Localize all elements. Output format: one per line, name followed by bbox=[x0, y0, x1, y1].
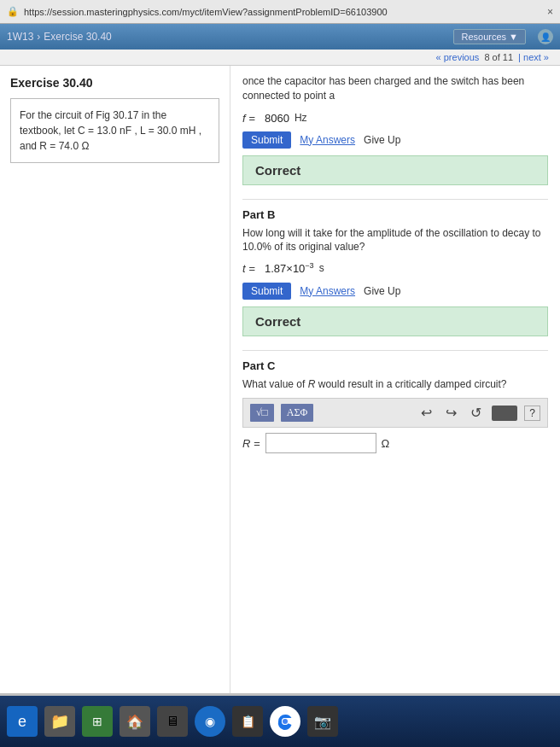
breadcrumb-home[interactable]: 1W13 bbox=[7, 31, 33, 43]
part-c-title: Part C bbox=[242, 350, 548, 372]
nav-bar: 1W13 › Exercise 30.40 Resources ▼ 👤 bbox=[0, 24, 560, 50]
part-a-submit-button[interactable]: Submit bbox=[242, 131, 291, 149]
reset-button[interactable]: ↺ bbox=[467, 403, 485, 423]
part-b-answer-label: t = bbox=[242, 262, 260, 275]
lock-icon: 🔒 bbox=[7, 6, 19, 17]
part-b-give-up-label: Give Up bbox=[364, 285, 400, 297]
help-button[interactable]: ? bbox=[524, 406, 540, 421]
taskbar-circle-icon[interactable]: ◉ bbox=[195, 706, 225, 737]
part-b-my-answers-button[interactable]: My Answers bbox=[300, 285, 355, 297]
part-b-answer-row: t = 1.87×10−3 s bbox=[242, 261, 548, 275]
resources-button[interactable]: Resources ▼ bbox=[453, 29, 526, 44]
part-c-toolbar: √□ ΑΣΦ ↩ ↪ ↺ ? bbox=[242, 398, 548, 428]
pagination-bar: « previous 8 of 11 | next » bbox=[0, 50, 560, 66]
part-c-section: Part C What value of R would result in a… bbox=[242, 350, 548, 454]
part-b-answer-value: 1.87×10−3 bbox=[265, 261, 314, 275]
right-panel: once the capacitor has been charged and … bbox=[230, 66, 560, 693]
exercise-description: For the circuit of Fig 30.17 in the text… bbox=[10, 98, 219, 163]
redo-button[interactable]: ↪ bbox=[442, 403, 460, 423]
taskbar-camera-icon[interactable]: 📷 bbox=[307, 706, 338, 737]
taskbar-ie-icon[interactable]: e bbox=[7, 706, 38, 737]
part-a-answer-unit: Hz bbox=[295, 112, 307, 124]
taskbar: e 📁 ⊞ 🏠 🖥 ◉ 📋 📷 bbox=[0, 696, 560, 747]
math-toolbar-button[interactable]: √□ bbox=[250, 404, 274, 422]
svg-point-2 bbox=[283, 719, 288, 724]
left-panel: Exercise 30.40 For the circuit of Fig 30… bbox=[0, 66, 230, 693]
breadcrumb-current: Exercise 30.40 bbox=[44, 31, 111, 43]
user-icon[interactable]: 👤 bbox=[538, 29, 553, 44]
taskbar-notepad-icon[interactable]: 📋 bbox=[232, 706, 263, 737]
part-b-question: How long will it take for the amplitude … bbox=[242, 226, 548, 255]
browser-url: https://session.masteringphysics.com/myc… bbox=[24, 7, 542, 17]
part-a-answer-label: f = bbox=[242, 112, 260, 125]
part-a-correct-box: Correct bbox=[242, 155, 548, 185]
next-link[interactable]: | next » bbox=[518, 52, 549, 62]
close-button[interactable]: × bbox=[547, 6, 553, 18]
undo-button[interactable]: ↩ bbox=[417, 403, 435, 423]
intro-text: once the capacitor has been charged and … bbox=[242, 74, 548, 103]
keyboard-icon bbox=[492, 406, 517, 421]
part-a-my-answers-button[interactable]: My Answers bbox=[300, 134, 355, 146]
part-b-action-row: Submit My Answers Give Up bbox=[242, 283, 548, 300]
part-a-answer-row: f = 8060 Hz bbox=[242, 112, 548, 125]
part-a-action-row: Submit My Answers Give Up bbox=[242, 131, 548, 149]
symbol-toolbar-button[interactable]: ΑΣΦ bbox=[281, 404, 313, 422]
part-b-answer-unit: s bbox=[319, 262, 324, 274]
browser-chrome: 🔒 https://session.masteringphysics.com/m… bbox=[0, 0, 560, 24]
exercise-title: Exercise 30.40 bbox=[10, 76, 219, 90]
main-content-area: Exercise 30.40 For the circuit of Fig 30… bbox=[0, 66, 560, 693]
part-a-section: f = 8060 Hz Submit My Answers Give Up Co… bbox=[242, 112, 548, 185]
breadcrumb-arrow: › bbox=[37, 31, 40, 43]
part-c-input-row: R = Ω bbox=[242, 433, 548, 453]
part-a-give-up-label: Give Up bbox=[364, 134, 400, 146]
taskbar-home-icon[interactable]: 🏠 bbox=[120, 706, 150, 737]
part-b-submit-button[interactable]: Submit bbox=[242, 283, 291, 300]
exercise-text: For the circuit of Fig 30.17 in the text… bbox=[20, 109, 201, 152]
part-c-input-unit: Ω bbox=[382, 437, 390, 450]
part-c-question: What value of R would result in a critic… bbox=[242, 377, 548, 392]
taskbar-folder-icon[interactable]: 📁 bbox=[44, 706, 75, 737]
part-b-section: Part B How long will it take for the amp… bbox=[242, 199, 548, 336]
part-a-answer-value: 8060 bbox=[265, 112, 289, 125]
taskbar-chrome-icon[interactable] bbox=[270, 706, 300, 737]
taskbar-monitor-icon[interactable]: 🖥 bbox=[157, 706, 188, 737]
part-b-correct-box: Correct bbox=[242, 306, 548, 336]
part-b-title: Part B bbox=[242, 199, 548, 221]
part-c-input-field[interactable] bbox=[265, 433, 376, 453]
page-position: 8 of 11 bbox=[484, 52, 513, 62]
previous-link[interactable]: « previous bbox=[436, 52, 480, 62]
breadcrumb: 1W13 › Exercise 30.40 bbox=[7, 31, 112, 43]
taskbar-windows-icon[interactable]: ⊞ bbox=[82, 706, 113, 737]
part-c-input-label: R = bbox=[242, 437, 260, 450]
